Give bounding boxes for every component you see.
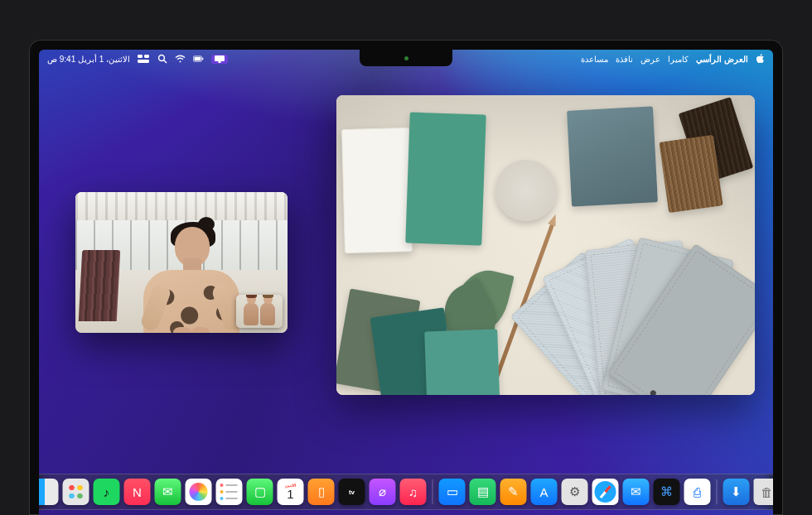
sample-swatch bbox=[405, 112, 486, 245]
spotlight-icon[interactable] bbox=[157, 55, 167, 64]
facetime-main-feed bbox=[75, 192, 288, 333]
facetime-window[interactable] bbox=[75, 192, 288, 333]
control-center-icon[interactable] bbox=[138, 55, 149, 63]
battery-icon[interactable] bbox=[193, 55, 204, 64]
svg-line-4 bbox=[163, 60, 166, 63]
dock-separator bbox=[717, 479, 718, 504]
dock-downloads-icon[interactable]: ⬇︎ bbox=[723, 479, 750, 505]
menu-bar-app-menus: مساعدة نافذة عرض كاميرا العرض الرأسي bbox=[581, 54, 765, 65]
pip-participant bbox=[244, 302, 259, 325]
sample-swatch bbox=[567, 106, 658, 206]
dock-spotify-icon[interactable]: ♪ bbox=[94, 479, 120, 505]
fabric-fan bbox=[501, 214, 738, 395]
dock-appstore-icon[interactable]: A bbox=[531, 479, 558, 505]
dock-podcasts-icon[interactable]: ⌀ bbox=[370, 479, 396, 505]
desk-view-content bbox=[336, 95, 755, 395]
dock-finder-icon[interactable] bbox=[39, 479, 59, 505]
desktop-screen: الاثنين، 1 أبريل 9:41 ص مساعدة bbox=[39, 50, 773, 515]
dock-messages-icon[interactable]: ✉︎ bbox=[155, 479, 181, 505]
dock-trash-icon[interactable]: 🗑︎ bbox=[754, 479, 774, 505]
display-notch bbox=[360, 50, 452, 66]
svg-point-5 bbox=[180, 60, 181, 62]
svg-rect-7 bbox=[195, 57, 201, 60]
dock-numbers-icon[interactable]: ▤ bbox=[470, 479, 496, 505]
dock-settings-icon[interactable]: ⚙︎ bbox=[562, 479, 588, 505]
apple-menu-icon[interactable] bbox=[756, 54, 765, 65]
participant-main bbox=[143, 222, 239, 333]
dock-preview-icon[interactable]: ⎙ bbox=[684, 479, 711, 505]
wood-sample bbox=[659, 135, 723, 213]
svg-rect-1 bbox=[144, 55, 149, 58]
appletv-label: tv bbox=[349, 489, 355, 496]
dock-news-icon[interactable]: N bbox=[124, 479, 151, 505]
background-ceiling bbox=[75, 192, 288, 222]
dock-reminders-icon[interactable] bbox=[216, 479, 243, 505]
wifi-icon[interactable] bbox=[175, 55, 186, 64]
dock-xcode-icon[interactable]: ⌘ bbox=[654, 479, 680, 505]
desk-view-window[interactable] bbox=[336, 95, 755, 395]
svg-rect-10 bbox=[219, 61, 221, 63]
dock: ♪ N ✉︎ ▢ الاثنين 1 ▯ tv ⌀ ♫ ▭ ▤ ✎ A ⚙︎ ✉… bbox=[39, 474, 773, 510]
laptop-frame: الاثنين، 1 أبريل 9:41 ص مساعدة bbox=[29, 40, 783, 515]
calendar-day: 1 bbox=[287, 488, 293, 500]
dock-launchpad-icon[interactable] bbox=[63, 479, 89, 505]
dock-pages-icon[interactable]: ✎ bbox=[500, 479, 527, 505]
dock-appletv-icon[interactable]: tv bbox=[339, 479, 365, 505]
svg-rect-9 bbox=[215, 55, 225, 61]
facetime-pip[interactable] bbox=[236, 295, 283, 328]
svg-rect-8 bbox=[202, 58, 203, 60]
sample-swatch bbox=[341, 128, 413, 253]
stone-disc bbox=[495, 160, 557, 221]
dock-photos-icon[interactable] bbox=[186, 479, 212, 505]
svg-point-3 bbox=[158, 55, 164, 61]
svg-rect-0 bbox=[138, 55, 143, 58]
clothing-rack bbox=[79, 250, 121, 321]
menu-window[interactable]: نافذة bbox=[616, 55, 633, 64]
dock-books-icon[interactable]: ▯ bbox=[308, 479, 335, 505]
dock-safari-icon[interactable] bbox=[592, 479, 619, 505]
dock-separator bbox=[433, 479, 433, 504]
sample-swatch bbox=[424, 329, 500, 395]
dock-music-icon[interactable]: ♫ bbox=[400, 479, 427, 505]
menu-camera[interactable]: كاميرا bbox=[668, 55, 689, 64]
dock-calendar-icon[interactable]: الاثنين 1 bbox=[278, 479, 304, 505]
menu-view[interactable]: عرض bbox=[640, 55, 660, 64]
menu-bar-status-area: الاثنين، 1 أبريل 9:41 ص bbox=[47, 55, 228, 64]
dock-facetime-icon[interactable]: ▢ bbox=[247, 479, 273, 505]
menu-bar-clock[interactable]: الاثنين، 1 أبريل 9:41 ص bbox=[47, 55, 130, 64]
svg-rect-2 bbox=[138, 60, 149, 63]
menu-app-name[interactable]: العرض الرأسي bbox=[696, 55, 748, 64]
dock-keynote-icon[interactable]: ▭ bbox=[439, 479, 466, 505]
menu-help[interactable]: مساعدة bbox=[581, 55, 608, 64]
dock-mail-icon[interactable]: ✉︎ bbox=[623, 479, 650, 505]
screen-share-indicator-icon[interactable] bbox=[211, 55, 228, 64]
pip-participant bbox=[260, 302, 275, 325]
